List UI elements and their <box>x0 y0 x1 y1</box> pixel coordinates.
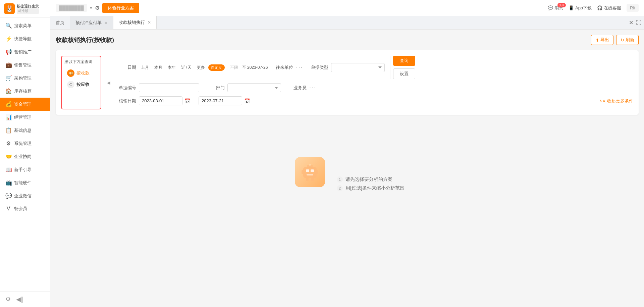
sidebar-item-sales[interactable]: 💼 销售管理 <box>0 58 50 71</box>
quick-nav-icon: ⚡ <box>5 36 11 42</box>
filter-row-3: 核销日期 📅 — 📅 ∧∧ 收起更多条件 <box>116 96 633 105</box>
company-dropdown-icon[interactable]: ▾ <box>90 5 92 10</box>
collapse-more-btn[interactable]: ∧∧ 收起更多条件 <box>599 98 633 104</box>
sidebar-item-finance[interactable]: 💰 资金管理 <box>0 98 50 111</box>
empty-text: 1 请先选择要分析的方案 2 用[过滤]条件来缩小分析范围 <box>337 176 405 194</box>
topbar-gear-icon[interactable]: ⚙ <box>95 5 100 11</box>
sidebar-item-collab[interactable]: 🤝 企业协同 <box>0 150 50 163</box>
tab-home[interactable]: 首页 <box>50 16 70 29</box>
sidebar-item-basic[interactable]: 📋 基础信息 <box>0 124 50 137</box>
sidebar: 🐰 畅捷通好生意 标准版 🔍 搜索菜单 ⚡ 快捷导航 📢 营销推广 💼 销售管理… <box>0 0 50 307</box>
svg-rect-2 <box>311 169 314 172</box>
user-area[interactable]: Rit <box>627 4 639 12</box>
app-download-btn[interactable]: 📱 App下载 <box>569 5 592 11</box>
query-btn[interactable]: 查询 <box>393 56 415 66</box>
company-name: ████████ <box>59 5 84 10</box>
counterpart-select-btn[interactable]: ··· <box>296 64 303 71</box>
online-service-btn[interactable]: 🎧 在线客服 <box>597 5 621 11</box>
sidebar-item-guide[interactable]: 📖 新手引导 <box>0 163 50 176</box>
management-icon: 📊 <box>5 114 11 120</box>
filter-row-2: 单据编号 部门 业务员 ··· <box>116 83 633 92</box>
sidebar-item-label: 经营管理 <box>14 114 32 120</box>
verify-date-field: 核销日期 📅 — 📅 <box>116 96 250 105</box>
tab-prepay-close[interactable]: ✕ <box>104 20 108 25</box>
svg-rect-5 <box>317 170 318 174</box>
guide-icon: 📖 <box>5 166 11 173</box>
sidebar-item-label: 智能硬件 <box>14 180 32 186</box>
date-last-month[interactable]: 上月 <box>139 64 151 71</box>
sidebar-item-purchase[interactable]: 🛒 采购管理 <box>0 71 50 85</box>
message-btn[interactable]: 💬 消息 99+ <box>548 5 563 11</box>
date-more[interactable]: 更多 <box>195 64 207 71</box>
date-7days[interactable]: 近7天 <box>179 64 194 71</box>
staff-select-btn[interactable]: ··· <box>309 84 316 91</box>
verify-date-end-icon[interactable]: 📅 <box>244 98 250 104</box>
sidebar-item-hardware[interactable]: 📺 智能硬件 <box>0 176 50 189</box>
settings-bottom-icon[interactable]: ⚙ <box>5 296 11 303</box>
doctype-field: 单据类型 <box>308 63 385 72</box>
sidebar-item-label: 资金管理 <box>14 101 32 107</box>
settings-btn[interactable]: 设置 <box>393 68 415 79</box>
sidebar-item-quick[interactable]: ⚡ 快捷导航 <box>0 32 50 45</box>
service-icon: 🎧 <box>597 5 602 10</box>
sidebar-item-label: 快捷导航 <box>14 36 32 42</box>
counterpart-field: 往来单位 ··· <box>273 64 303 71</box>
search-icon: 🔍 <box>5 22 11 29</box>
close-all-tabs-icon[interactable]: ✕ <box>629 19 633 26</box>
industry-btn[interactable]: 体验行业方案 <box>102 3 139 13</box>
sidebar-item-marketing[interactable]: 📢 营销推广 <box>0 45 50 58</box>
topbar-right: 💬 消息 99+ 📱 App下载 🎧 在线客服 Rit <box>548 4 639 12</box>
sidebar-item-label: 企业协同 <box>14 154 32 160</box>
filter-panel: 按以下方案查询 💴 按收款 ⏱ 按应收 ◀ 日期 <box>56 50 639 115</box>
topbar-left: ████████ ▾ ⚙ 体验行业方案 <box>56 3 139 13</box>
sidebar-item-member[interactable]: V 畅会员 <box>0 202 50 215</box>
sidebar-item-label: 畅会员 <box>14 206 27 212</box>
sidebar-item-label: 新手引导 <box>14 167 32 173</box>
filter-sidebar-title: 按以下方案查询 <box>64 59 98 65</box>
date-shortcuts: 上月 本月 本年 近7天 更多 自定义 <box>139 64 225 71</box>
filter-option-by-receivable[interactable]: ⏱ 按应收 <box>64 79 98 90</box>
dept-label: 部门 <box>205 85 225 91</box>
docno-input[interactable] <box>139 83 199 92</box>
step-1-text: 请先选择要分析的方案 <box>345 176 392 183</box>
tab-verify-close[interactable]: ✕ <box>148 20 151 25</box>
verify-date-end[interactable] <box>199 96 242 105</box>
sidebar-item-search[interactable]: 🔍 搜索菜单 <box>0 19 50 32</box>
filter-collapse-btn[interactable]: ◀ <box>105 56 112 109</box>
svg-rect-3 <box>307 174 313 175</box>
tab-actions: ✕ ⛶ <box>629 19 644 26</box>
date-range-separator: — <box>192 98 197 103</box>
filter-option-by-receipt[interactable]: 💴 按收款 <box>64 67 98 79</box>
doctype-select[interactable] <box>331 63 385 72</box>
refresh-btn[interactable]: ↻ 刷新 <box>616 35 639 45</box>
company-selector[interactable]: ████████ <box>56 4 87 12</box>
sales-icon: 💼 <box>5 62 11 68</box>
svg-rect-0 <box>303 167 317 178</box>
export-btn[interactable]: ⬆ 导出 <box>591 35 613 45</box>
logo-tag: 标准版 <box>17 8 39 14</box>
date-this-year[interactable]: 本年 <box>166 64 178 71</box>
sidebar-item-management[interactable]: 📊 经营管理 <box>0 111 50 124</box>
date-custom[interactable]: 自定义 <box>208 64 225 71</box>
svg-rect-6 <box>306 178 309 181</box>
dept-select[interactable] <box>227 83 281 92</box>
member-icon: V <box>5 206 11 212</box>
verify-date-start-icon[interactable]: 📅 <box>184 98 190 104</box>
tab-prepay[interactable]: 预付冲应付单 ✕ <box>70 16 113 29</box>
date-this-month[interactable]: 本月 <box>152 64 164 71</box>
receivable-option-label: 按应收 <box>76 82 90 88</box>
marketing-icon: 📢 <box>5 49 11 55</box>
message-icon: 💬 <box>548 5 553 10</box>
app-icon: 📱 <box>569 5 574 10</box>
sidebar-item-inventory[interactable]: 🏠 库存核算 <box>0 85 50 98</box>
collapse-sidebar-icon[interactable]: ◀‖ <box>16 296 24 303</box>
receipt-option-label: 按收款 <box>76 70 90 76</box>
tab-verify[interactable]: 收款核销执行 ✕ <box>113 16 157 29</box>
sidebar-item-wechat[interactable]: 💬 企业微信 <box>0 189 50 202</box>
sidebar-item-label: 采购管理 <box>14 75 32 81</box>
verify-date-start[interactable] <box>139 96 182 105</box>
expand-tab-icon[interactable]: ⛶ <box>636 20 641 26</box>
export-icon: ⬆ <box>595 38 599 43</box>
svg-rect-4 <box>302 170 303 174</box>
sidebar-item-system[interactable]: ⚙ 系统管理 <box>0 137 50 150</box>
